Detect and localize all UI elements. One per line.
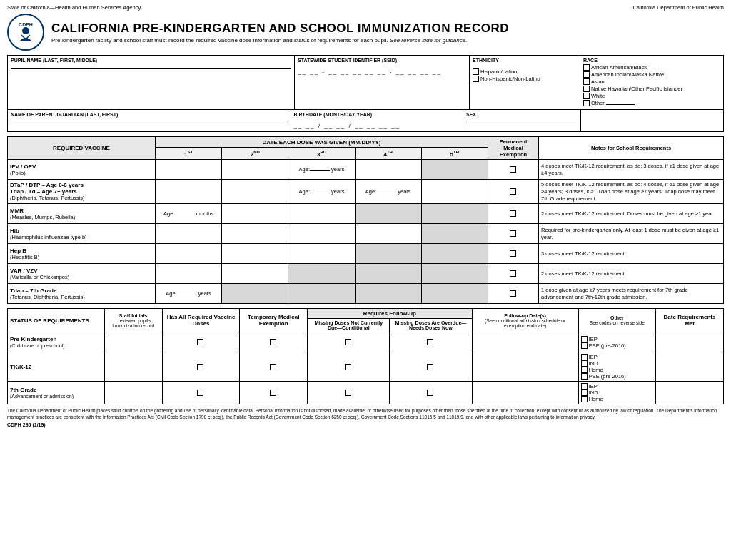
pupil-name-label: PUPIL NAME (LAST, FIRST, MIDDLE) — [11, 58, 291, 63]
staff-initials-2[interactable] — [104, 382, 162, 404]
temp-exemption-1[interactable] — [240, 352, 308, 382]
missing-overdue-cb-2[interactable] — [427, 390, 433, 396]
temp-exemption-0[interactable] — [240, 332, 308, 352]
has-all-vaccines-1[interactable] — [162, 352, 239, 382]
other-codes-1: IEPINDHomePBE (pre-2016) — [578, 352, 655, 382]
vaccine-table-header: REQUIRED VACCINE DATE EACH DOSE WAS GIVE… — [8, 137, 724, 148]
race-other[interactable]: Other — [583, 100, 720, 106]
sex-label: SEX — [466, 112, 577, 117]
dose-3-header: 3RD — [288, 148, 355, 160]
vaccine-name-cell-5: VAR / VZV(Varicella or Chickenpox) — [8, 264, 156, 284]
pme-checkbox-2[interactable] — [510, 210, 516, 217]
vaccine-5-dose-0 — [156, 264, 222, 284]
other-code-item-IND[interactable]: IND — [581, 360, 653, 367]
vaccine-2-dose-3 — [355, 204, 421, 224]
date-met-0[interactable] — [656, 332, 724, 352]
vaccine-5-pme[interactable] — [488, 264, 538, 284]
vaccine-name-cell-6: Tdap – 7th Grade(Tetanus, Diphtheria, Pe… — [8, 284, 156, 304]
has-all-vaccines-0[interactable] — [162, 332, 239, 352]
staff-initials-0[interactable] — [104, 332, 162, 352]
missing-not-due-header: Missing Doses Not Currently Due—Conditio… — [308, 319, 390, 332]
missing-not-due-1[interactable] — [308, 352, 390, 382]
title-section: CDPH CALIFORNIA PRE-KINDERGARTEN AND SCH… — [7, 14, 724, 51]
missing-overdue-2[interactable] — [390, 382, 472, 404]
pme-checkbox-3[interactable] — [510, 230, 516, 237]
vaccine-1-pme[interactable] — [488, 180, 538, 204]
vaccine-4-pme[interactable] — [488, 244, 538, 264]
missing-overdue-0[interactable] — [390, 332, 472, 352]
vaccine-row-2: MMR(Measles, Mumps, Rubella)Age: months2… — [8, 204, 724, 224]
temp-exemption-cb-2[interactable] — [270, 390, 276, 396]
other-code-item-PBE(pre-2016)[interactable]: PBE (pre-2016) — [581, 342, 653, 349]
followup-dates-2[interactable] — [472, 382, 578, 404]
ethnicity-hispanic-checkbox[interactable] — [473, 68, 479, 75]
race-african-american[interactable]: African-American/Black — [583, 64, 720, 71]
col-dates-header: DATE EACH DOSE WAS GIVEN (MM/DD/YY) — [156, 137, 488, 148]
followup-dates-1[interactable] — [472, 352, 578, 382]
temp-exemption-cb-1[interactable] — [270, 364, 276, 370]
followup-dates-0[interactable] — [472, 332, 578, 352]
vaccine-3-pme[interactable] — [488, 224, 538, 244]
ethnicity-non-hispanic-checkbox[interactable] — [473, 76, 479, 82]
vaccine-2-pme[interactable] — [488, 204, 538, 224]
vaccine-4-dose-0 — [156, 244, 222, 264]
has-all-vaccines-2[interactable] — [162, 382, 239, 404]
temp-exemption-header: Temporary Medical Exemption — [240, 309, 308, 332]
vaccine-3-dose-4 — [421, 224, 488, 244]
missing-overdue-1[interactable] — [390, 352, 472, 382]
date-met-2[interactable] — [656, 382, 724, 404]
missing-not-due-2[interactable] — [308, 382, 390, 404]
status-header-row: STATUS OF REQUIREMENTS Staff InitialsI r… — [8, 309, 724, 319]
vaccine-2-dose-1 — [222, 204, 288, 224]
vaccine-0-dose-3 — [355, 160, 421, 180]
other-code-item-IEP[interactable]: IEP — [581, 336, 653, 342]
missing-overdue-header: Missing Doses Are Overdue—Needs Doses No… — [390, 319, 472, 332]
other-code-item-IEP[interactable]: IEP — [581, 354, 653, 360]
cdph-logo: CDPH — [7, 14, 44, 51]
ethnicity-hispanic[interactable]: Hispanic/Latino — [473, 68, 577, 75]
other-code-item-IND[interactable]: IND — [581, 390, 653, 396]
staff-initials-header: Staff InitialsI reviewed pupil's Immuniz… — [104, 309, 162, 332]
staff-initials-1[interactable] — [104, 352, 162, 382]
temp-exemption-cb-0[interactable] — [270, 339, 276, 345]
pme-checkbox-6[interactable] — [510, 290, 516, 297]
race-american-indian[interactable]: American Indian/Alaska Native — [583, 71, 720, 78]
svg-text:CDPH: CDPH — [19, 22, 33, 27]
date-met-header: Date Requirements Met — [656, 309, 724, 332]
missing-overdue-cb-1[interactable] — [427, 364, 433, 370]
pme-checkbox-0[interactable] — [510, 166, 516, 173]
missing-not-due-cb-0[interactable] — [345, 339, 351, 345]
other-code-item-IEP[interactable]: IEP — [581, 383, 653, 390]
missing-not-due-cb-2[interactable] — [345, 390, 351, 396]
dose-1-header: 1ST — [156, 148, 222, 160]
dose-4-header: 4TH — [355, 148, 421, 160]
race-white[interactable]: White — [583, 93, 720, 99]
missing-overdue-cb-0[interactable] — [427, 339, 433, 345]
other-codes-2: IEPINDHome — [578, 382, 655, 404]
vaccine-5-dose-4 — [421, 264, 488, 284]
other-code-item-PBE(pre-2016)[interactable]: PBE (pre-2016) — [581, 373, 653, 380]
date-met-1[interactable] — [656, 352, 724, 382]
pme-checkbox-4[interactable] — [510, 250, 516, 257]
has-all-cb-1[interactable] — [197, 364, 203, 370]
other-code-item-Home[interactable]: Home — [581, 396, 653, 402]
title-text: CALIFORNIA PRE-KINDERGARTEN AND SCHOOL I… — [51, 21, 509, 44]
vaccine-1-dose-0 — [156, 180, 222, 204]
svg-point-2 — [22, 27, 29, 34]
vaccine-table: REQUIRED VACCINE DATE EACH DOSE WAS GIVE… — [7, 136, 724, 304]
temp-exemption-2[interactable] — [240, 382, 308, 404]
has-all-cb-2[interactable] — [197, 390, 203, 396]
race-pacific-islander[interactable]: Native Hawaiian/Other Pacific Islander — [583, 86, 720, 92]
missing-not-due-0[interactable] — [308, 332, 390, 352]
pme-checkbox-5[interactable] — [510, 270, 516, 277]
race-asian[interactable]: Asian — [583, 78, 720, 85]
has-all-cb-0[interactable] — [197, 339, 203, 345]
ethnicity-non-hispanic[interactable]: Non-Hispanic/Non-Latino — [473, 76, 577, 82]
col-pme-header: Permanent Medical Exemption — [488, 137, 538, 160]
other-code-item-Home[interactable]: Home — [581, 367, 653, 373]
pme-checkbox-1[interactable] — [510, 188, 516, 195]
vaccine-6-pme[interactable] — [488, 284, 538, 304]
followup-dates-header: Follow-up Date(s)(See conditional admiss… — [472, 309, 578, 332]
vaccine-0-pme[interactable] — [488, 160, 538, 180]
missing-not-due-cb-1[interactable] — [345, 364, 351, 370]
